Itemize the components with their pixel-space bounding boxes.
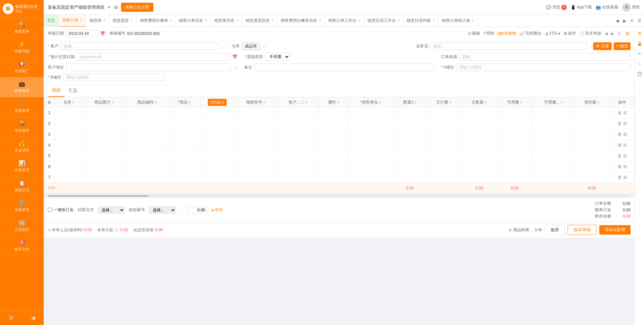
scan-btn[interactable]: 扫码录入 xyxy=(208,99,227,106)
row-3-qty2[interactable] xyxy=(394,129,426,140)
messages-item[interactable]: 💬 消息 9 xyxy=(546,4,567,10)
service-item[interactable]: 👥 在线客服 xyxy=(596,4,618,10)
row-2-main-qty[interactable] xyxy=(462,118,497,129)
row-1-attribute[interactable] xyxy=(319,108,348,118)
row-3-attribute[interactable] xyxy=(319,129,348,140)
row-3-product-code[interactable] xyxy=(126,129,168,140)
row-4-available2[interactable] xyxy=(533,140,574,151)
tab-home[interactable]: 首页 xyxy=(44,15,59,27)
row-4-product-img[interactable] xyxy=(83,140,126,151)
customer-more-icon[interactable]: ··· xyxy=(221,44,225,49)
row-1-qty2[interactable] xyxy=(394,108,426,118)
row-4-warehouse[interactable] xyxy=(55,140,83,151)
row-3-spec[interactable] xyxy=(234,129,277,140)
discard-btn[interactable]: 放弃 xyxy=(545,225,565,235)
form-nav-prev[interactable]: ◀ xyxy=(605,31,608,36)
one-click-checkbox[interactable]: 一键收订金 xyxy=(48,207,74,213)
row-7-qty2[interactable] xyxy=(394,172,426,183)
tab-sales-stat[interactable]: 销售订单统计表 × xyxy=(439,15,478,27)
warehouse-more-icon[interactable]: ··· xyxy=(263,44,267,49)
row-6-qty2[interactable] xyxy=(394,161,426,172)
add-btn[interactable]: ● 添加 xyxy=(212,207,223,213)
remark-input[interactable] xyxy=(254,64,434,71)
row-3-main-qty[interactable] xyxy=(462,129,497,140)
form-nav-next[interactable]: ▶ xyxy=(611,31,614,36)
row-2-spec[interactable] xyxy=(234,118,277,129)
row-4-unit[interactable] xyxy=(348,140,394,151)
form-list-view[interactable]: ☰ xyxy=(617,31,621,36)
row-1-product-code[interactable] xyxy=(126,108,168,118)
row-3-scan[interactable] xyxy=(200,129,234,140)
row-6-attribute[interactable] xyxy=(319,161,348,172)
tab-sales-back-close[interactable]: × xyxy=(131,19,133,23)
tab-sales-order-close[interactable]: × xyxy=(80,18,82,22)
tab-sales-return[interactable]: 销货单 × xyxy=(86,15,109,27)
addr-input[interactable] xyxy=(66,64,231,71)
topbar-gear-icon[interactable]: ⚙ xyxy=(114,5,118,10)
a-project-input[interactable] xyxy=(456,64,631,71)
row-6-main-unit[interactable] xyxy=(426,161,462,172)
row-2-product[interactable] xyxy=(168,118,200,129)
amount-input[interactable] xyxy=(187,207,207,213)
row-5-unit[interactable] xyxy=(348,151,394,161)
tab-sales-back[interactable]: 销货退货 × xyxy=(109,15,137,27)
row-1-spec[interactable] xyxy=(234,108,277,118)
row-7-warehouse[interactable] xyxy=(55,172,83,183)
payment-select[interactable]: 选择... xyxy=(98,206,125,214)
tab-daily-check[interactable]: 钱货日清对账 × xyxy=(403,15,439,27)
preview-btn[interactable]: ⊙ 视频 xyxy=(468,31,480,36)
row-5-main-qty[interactable] xyxy=(462,151,497,161)
shortcut-btn[interactable]: ⌨ 快捷键 xyxy=(498,31,516,36)
row-2-main-unit[interactable] xyxy=(426,118,462,129)
row-6-customer-info[interactable] xyxy=(277,161,319,172)
row-6-spec[interactable] xyxy=(234,161,277,172)
save-draft-btn[interactable]: 保存草稿 xyxy=(568,225,597,235)
row-3-customer-info[interactable] xyxy=(277,129,319,140)
row-2-copy-icon[interactable]: ⊞ xyxy=(623,121,627,126)
row-6-current[interactable] xyxy=(574,161,610,172)
app-download-item[interactable]: 📱 App下载 xyxy=(571,4,592,10)
row-4-qty2[interactable] xyxy=(394,140,426,151)
row-6-copy-icon[interactable]: ⊞ xyxy=(623,164,627,169)
row-7-main-unit[interactable] xyxy=(426,172,462,183)
sidebar-item-basic[interactable]: 📋 基础信息 xyxy=(0,176,44,196)
scroll-thumb[interactable] xyxy=(48,195,149,197)
row-7-spec[interactable] xyxy=(234,172,277,183)
tab-daily-clear[interactable]: 钱货日清工作台 × xyxy=(364,15,404,27)
user-item[interactable]: 用 用友 xyxy=(622,3,640,12)
row-6-scan[interactable] xyxy=(200,161,234,172)
row-5-customer-info[interactable] xyxy=(277,151,319,161)
row-1-product[interactable] xyxy=(168,108,200,118)
tab-detail[interactable]: 明细 xyxy=(48,85,65,97)
sidebar-item-quick[interactable]: ⚡ 快捷导航 xyxy=(0,38,44,57)
account-more-icon[interactable]: ··· xyxy=(180,208,183,212)
sidebar-item-purchase[interactable]: 🛒 采购管理 xyxy=(0,97,44,117)
row-7-product-img[interactable] xyxy=(83,172,126,183)
row-6-product-code[interactable] xyxy=(126,161,168,172)
row-7-main-qty[interactable] xyxy=(462,172,497,183)
sidebar-item-inventory[interactable]: 📦 库存核算 xyxy=(0,117,44,137)
row-4-main-qty[interactable] xyxy=(462,140,497,151)
order-source-input[interactable] xyxy=(459,53,631,60)
tab-daily-clear-close[interactable]: × xyxy=(398,19,400,23)
row-5-main-unit[interactable] xyxy=(426,151,462,161)
row-5-product-code[interactable] xyxy=(126,151,168,161)
save-new-btn[interactable]: 保存&新增 xyxy=(599,225,631,235)
tab-fee-hist-close[interactable]: × xyxy=(319,19,321,23)
row-6-delete-icon[interactable]: 🗑 xyxy=(617,164,622,169)
row-1-main-unit[interactable] xyxy=(426,108,462,118)
row-4-delete-icon[interactable]: 🗑 xyxy=(617,143,622,148)
row-1-product-img[interactable] xyxy=(83,108,126,118)
calendar-icon[interactable]: 📅 xyxy=(100,31,105,36)
row-2-customer-info[interactable] xyxy=(277,118,319,129)
help-btn[interactable]: ? 帮助 xyxy=(483,31,494,36)
tab-return-hist[interactable]: 销货单历史 × xyxy=(211,15,242,27)
row-6-product[interactable] xyxy=(168,161,200,172)
row-1-available[interactable] xyxy=(497,108,533,118)
tab-sales-return-close[interactable]: × xyxy=(104,19,106,23)
row-2-current[interactable] xyxy=(574,118,610,129)
tab-fee-hist[interactable]: 销售费用分摊单历史 × xyxy=(277,15,325,27)
history-btn[interactable]: 📄 历史单据 xyxy=(579,31,601,36)
row-4-available[interactable] xyxy=(497,140,533,151)
tab-order-hist-close[interactable]: × xyxy=(205,19,207,23)
